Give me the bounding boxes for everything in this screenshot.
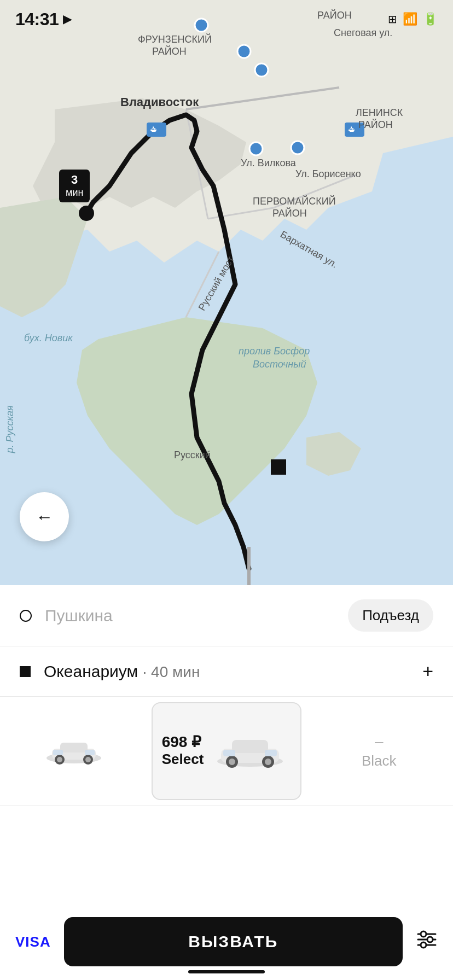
- map-area: ⛴ ⛴ РАЙОН ФРУНЗЕНСКИЙ РАЙОН Владивосток …: [0, 0, 453, 585]
- svg-point-13: [291, 141, 304, 154]
- svg-rect-29: [232, 740, 268, 753]
- svg-rect-26: [85, 750, 95, 755]
- status-bar: 14:31 ▶ ⊞ 📶 🔋: [0, 0, 453, 33]
- svg-point-6: [79, 206, 94, 221]
- car-select-image: [209, 731, 291, 769]
- cta-bar: VISA ВЫЗВАТЬ: [0, 903, 453, 980]
- svg-rect-25: [53, 750, 63, 755]
- destination-duration: · 40 мин: [143, 663, 200, 680]
- svg-point-40: [427, 937, 433, 942]
- home-indicator: [188, 970, 265, 973]
- wifi-icon: 📶: [403, 12, 417, 26]
- car-option-select[interactable]: 698 ₽ Select: [152, 702, 302, 800]
- battery-icon: 🔋: [423, 12, 438, 26]
- car-economy-image: [41, 735, 107, 768]
- svg-point-41: [421, 942, 426, 948]
- status-icons: ⊞ 📶 🔋: [388, 12, 438, 26]
- svg-point-33: [265, 759, 271, 765]
- destination-row: Океанариум · 40 мин +: [0, 646, 453, 697]
- grid-icon: ⊞: [388, 13, 397, 26]
- svg-point-39: [421, 931, 426, 937]
- entrance-button[interactable]: Подъезд: [348, 599, 433, 632]
- call-button[interactable]: ВЫЗВАТЬ: [64, 917, 403, 966]
- location-icon: ▶: [63, 12, 72, 26]
- svg-rect-35: [265, 750, 277, 756]
- svg-point-12: [249, 142, 263, 155]
- select-name: Select: [162, 751, 204, 768]
- payment-method[interactable]: VISA: [15, 934, 51, 950]
- destination-text: Океанариум · 40 мин: [44, 662, 409, 681]
- car-option-black[interactable]: – Black: [305, 697, 453, 806]
- status-time: 14:31: [15, 9, 59, 30]
- back-button[interactable]: ←: [20, 492, 69, 541]
- svg-rect-34: [223, 750, 235, 756]
- svg-point-31: [229, 759, 235, 765]
- back-arrow-icon: ←: [36, 507, 53, 527]
- time-value: 3: [66, 173, 83, 187]
- car-selection: 698 ₽ Select – Black: [0, 697, 453, 806]
- svg-point-10: [237, 45, 251, 58]
- svg-point-22: [57, 757, 62, 762]
- bottom-panel: Пушкина Подъезд Океанариум · 40 мин +: [0, 585, 453, 980]
- svg-text:⛴: ⛴: [348, 125, 356, 134]
- svg-rect-20: [60, 743, 88, 752]
- settings-icon[interactable]: [416, 929, 438, 955]
- svg-rect-7: [271, 459, 286, 475]
- svg-point-24: [85, 757, 91, 762]
- black-name: Black: [362, 752, 397, 769]
- svg-text:⛴: ⛴: [150, 125, 158, 134]
- origin-row: Пушкина Подъезд: [0, 585, 453, 646]
- black-dash: –: [375, 733, 384, 750]
- destination-icon: [20, 666, 31, 677]
- car-option-economy[interactable]: [0, 697, 148, 806]
- svg-point-11: [255, 63, 268, 77]
- time-badge: 3 мин: [59, 170, 90, 202]
- destination-name: Океанариум: [44, 662, 138, 680]
- add-stop-button[interactable]: +: [422, 661, 433, 682]
- origin-icon: [20, 610, 32, 622]
- origin-text[interactable]: Пушкина: [45, 606, 335, 625]
- time-unit: мин: [66, 187, 83, 199]
- select-price: 698 ₽: [162, 733, 204, 751]
